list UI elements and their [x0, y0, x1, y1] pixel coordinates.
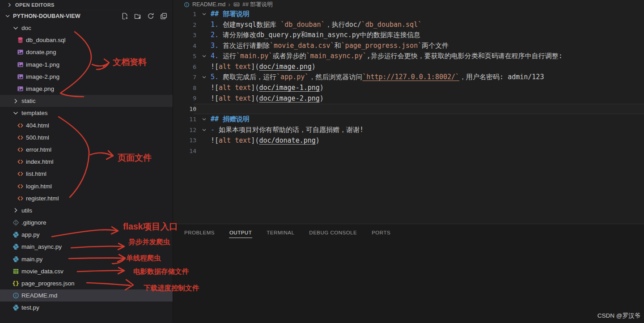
tree-file-main.py[interactable]: main.py — [0, 253, 173, 265]
panel-tab-problems[interactable]: PROBLEMS — [184, 228, 215, 238]
html-icon — [16, 183, 24, 190]
tree-folder-utils[interactable]: utils — [0, 204, 173, 217]
breadcrumb-symbol[interactable]: ## 部署说明 — [242, 1, 272, 8]
code-line-2[interactable]: 21. 创建mysql数据库 `db_douban`，执行doc/`db_dou… — [173, 20, 644, 30]
editor-lines: 1## 部署说明21. 创建mysql数据库 `db_douban`，执行doc… — [173, 9, 644, 156]
line-number: 12 — [173, 127, 196, 133]
html-icon — [16, 134, 24, 141]
tree-item-label: page_progress.json — [21, 280, 75, 287]
line-number: 6 — [173, 64, 196, 70]
html-icon — [16, 170, 24, 178]
panel-tab-debug-console[interactable]: DEBUG CONSOLE — [309, 228, 357, 238]
info-icon — [183, 1, 190, 8]
tree-file-test.py[interactable]: test.py — [0, 302, 173, 314]
tree-folder-doc[interactable]: doc — [0, 22, 173, 34]
fold-chevron-icon[interactable] — [201, 128, 207, 132]
tree-file-500.html[interactable]: 500.html — [0, 132, 173, 144]
tree-item-label: image-2.png — [26, 73, 59, 80]
chevron-right-icon — [6, 1, 13, 8]
code-line-7[interactable]: 75. 爬取完成后，运行`app.py`，然后浏览器访问`http://127.… — [173, 72, 644, 83]
code-line-14[interactable]: 14 — [173, 146, 644, 157]
code-line-10[interactable]: 10 — [173, 104, 644, 115]
tree-file-page_progress.json[interactable]: {}page_progress.json — [0, 277, 173, 289]
tree-item-label: templates — [21, 110, 48, 116]
git-icon — [12, 219, 20, 226]
tree-file-image-2.png[interactable]: image-2.png — [0, 71, 173, 83]
panel-tab-bar: PROBLEMSOUTPUTTERMINALDEBUG CONSOLEPORTS — [173, 224, 644, 241]
tree-item-label: error.html — [26, 146, 51, 153]
python-icon — [12, 255, 20, 263]
line-number: 14 — [173, 148, 196, 154]
tree-file-list.html[interactable]: list.html — [0, 168, 173, 180]
tree-file-error.html[interactable]: error.html — [0, 144, 173, 156]
tree-file-register.html[interactable]: register.html — [0, 192, 173, 204]
line-number: 10 — [173, 106, 196, 112]
code-line-6[interactable]: 6![alt text](doc/image.png) — [173, 62, 644, 72]
panel-tab-output[interactable]: OUTPUT — [229, 228, 252, 238]
file-tree: docdb_douban.sqldonate.pngimage-1.pngima… — [0, 22, 173, 314]
code-text: ![alt text](doc/donate.png) — [211, 136, 320, 144]
tree-file-README.md[interactable]: README.md — [0, 289, 173, 302]
chevron-down-icon — [12, 25, 20, 32]
tree-item-label: donate.png — [26, 49, 56, 55]
tree-file-image-1.png[interactable]: image-1.png — [0, 59, 173, 71]
tree-folder-templates[interactable]: templates — [0, 107, 173, 119]
tree-file-login.html[interactable]: login.html — [0, 180, 173, 192]
line-number: 4 — [173, 42, 196, 49]
new-file-button[interactable] — [121, 13, 128, 20]
code-line-5[interactable]: 54. 运行`main.py`或者异步的`main_async.py`,异步运行… — [173, 51, 644, 62]
refresh-button[interactable] — [147, 13, 154, 20]
code-line-13[interactable]: 13![alt text](doc/donate.png) — [173, 135, 644, 146]
tree-file-donate.png[interactable]: donate.png — [0, 46, 173, 58]
panel-tab-terminal[interactable]: TERMINAL — [266, 228, 295, 238]
line-number: 1 — [173, 11, 196, 17]
chevron-down-icon — [4, 13, 11, 20]
tree-item-label: doc — [21, 25, 31, 31]
line-number: 13 — [173, 137, 196, 144]
tree-file-db_douban.sql[interactable]: db_douban.sql — [0, 34, 173, 46]
fold-chevron-icon[interactable] — [201, 54, 207, 59]
database-icon — [16, 37, 24, 44]
code-line-12[interactable]: 12- 如果本项目对你有帮助的话，可自愿捐赠，谢谢! — [173, 125, 644, 136]
panel-tab-ports[interactable]: PORTS — [371, 228, 391, 238]
tree-item-label: 500.html — [26, 134, 49, 141]
tree-item-label: main_async.py — [21, 243, 62, 250]
tree-item-label: list.html — [26, 170, 47, 177]
code-line-8[interactable]: 8![alt text](doc/image-1.png) — [173, 83, 644, 94]
tree-file-image.png[interactable]: image.png — [0, 83, 173, 95]
tree-file-.gitignore[interactable]: .gitignore — [0, 217, 173, 229]
collapse-all-button[interactable] — [160, 13, 167, 20]
collapse-all-icon — [160, 13, 167, 20]
new-file-icon — [121, 13, 128, 20]
code-line-11[interactable]: 11## 捐赠说明 — [173, 114, 644, 125]
code-line-1[interactable]: 1## 部署说明 — [173, 9, 644, 20]
tree-file-app.py[interactable]: app.py — [0, 229, 173, 241]
breadcrumb-file[interactable]: README.md — [192, 1, 225, 8]
fold-chevron-icon[interactable] — [201, 75, 207, 80]
python-icon — [12, 243, 20, 251]
tree-file-movie_data.csv[interactable]: movie_data.csv — [0, 265, 173, 277]
fold-chevron-icon[interactable] — [201, 117, 207, 122]
code-text: 4. 运行`main.py`或者异步的`main_async.py`,异步运行会… — [211, 52, 563, 60]
chevron-right-icon — [12, 207, 20, 214]
tree-item-label: static — [21, 98, 36, 104]
code-line-3[interactable]: 32. 请分别修改db_query.py和main_async.py中的数据库连… — [173, 30, 644, 41]
tree-file-404.html[interactable]: 404.html — [0, 119, 173, 132]
code-line-4[interactable]: 43. 首次运行请删除`movie_data.csv`和`page_progre… — [173, 41, 644, 51]
tree-folder-static[interactable]: static — [0, 95, 173, 107]
tree-file-index.html[interactable]: index.html — [0, 156, 173, 168]
tree-file-main_async.py[interactable]: main_async.py — [0, 241, 173, 253]
editor[interactable]: README.md › abc ## 部署说明 1## 部署说明21. 创建my… — [173, 0, 644, 224]
fold-chevron-icon[interactable] — [201, 12, 207, 17]
explorer-sidebar: OPEN EDITORS PYTHON-DOUBAN-VIEW — [0, 0, 173, 323]
bottom-panel: PROBLEMSOUTPUTTERMINALDEBUG CONSOLEPORTS — [173, 224, 644, 323]
project-section-header[interactable]: PYTHON-DOUBAN-VIEW — [0, 10, 173, 22]
new-folder-button[interactable] — [134, 13, 141, 20]
html-icon — [16, 158, 24, 166]
line-number: 9 — [173, 95, 196, 102]
chevron-down-icon — [12, 110, 20, 117]
tree-item-label: movie_data.csv — [21, 268, 64, 275]
code-text: ![alt text](doc/image.png) — [211, 63, 316, 71]
open-editors-section-header[interactable]: OPEN EDITORS — [0, 0, 173, 10]
code-line-9[interactable]: 9![alt text](doc/image-2.png) — [173, 93, 644, 104]
